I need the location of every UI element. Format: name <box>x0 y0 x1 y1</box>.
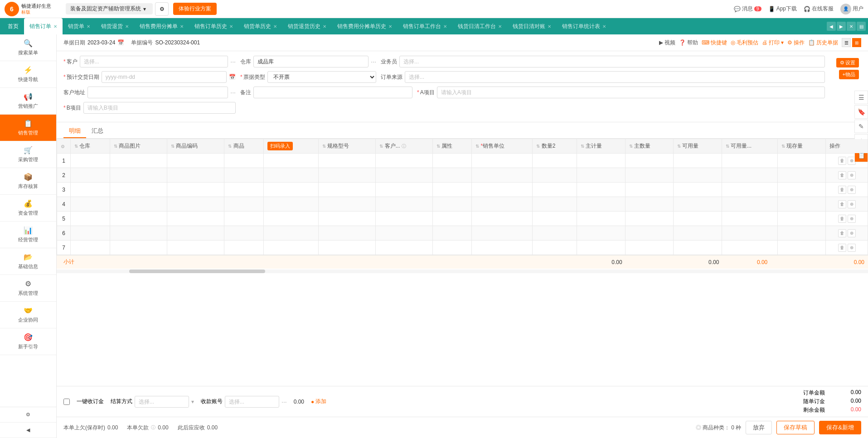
calendar-icon[interactable]: 📅 <box>117 39 124 46</box>
sidebar-item-nav[interactable]: ⚡ 快捷导航 <box>0 61 56 88</box>
tab-order-history[interactable]: 销售订单历史 ✕ <box>189 18 238 34</box>
delivery-input[interactable] <box>102 71 227 83</box>
customer-more-btn[interactable]: ··· <box>230 58 236 65</box>
order-source-input[interactable] <box>405 71 825 83</box>
delete-row-btn[interactable]: 🗑 <box>838 157 846 165</box>
right-panel-btn-3[interactable]: ✎ <box>854 120 868 133</box>
layout-grid-btn[interactable]: ⊞ <box>852 38 861 47</box>
print-btn[interactable]: 🖨 打印 ▾ <box>762 39 784 47</box>
close-icon[interactable]: ✕ <box>53 24 57 29</box>
history-btn[interactable]: 📋 历史单据 <box>808 39 838 47</box>
row-goods[interactable] <box>224 212 264 226</box>
sidebar-item-inventory[interactable]: 📦 库存核算 <box>0 168 56 195</box>
save-draft-btn[interactable]: 保存草稿 <box>776 421 815 434</box>
row-spec[interactable] <box>318 154 375 168</box>
row-spec[interactable] <box>318 241 375 255</box>
sidebar-item-system[interactable]: ⚙ 系统管理 <box>0 275 56 302</box>
close-icon[interactable]: ✕ <box>498 24 502 29</box>
industry-btn[interactable]: 体验行业方案 <box>173 3 217 15</box>
row-customer-code[interactable] <box>376 212 432 226</box>
nav-next-btn[interactable]: ▶ <box>837 22 846 31</box>
row-main-qty[interactable] <box>625 212 674 226</box>
row-code[interactable] <box>167 197 224 212</box>
add-goods-btn[interactable]: +物品 <box>839 70 859 79</box>
right-panel-btn-2[interactable]: 🔖 <box>854 105 868 119</box>
account-input[interactable] <box>225 396 279 408</box>
nav-close-all-btn[interactable]: ✕ <box>847 22 856 31</box>
copy-row-btn[interactable]: ⊕ <box>848 171 856 179</box>
sidebar-item-purchase[interactable]: 🛒 采购管理 <box>0 141 56 168</box>
copy-row-btn[interactable]: ⊕ <box>848 186 856 194</box>
row-customer-code[interactable] <box>376 226 432 241</box>
close-icon[interactable]: ✕ <box>548 24 551 29</box>
row-warehouse[interactable] <box>71 168 110 183</box>
messages-btn[interactable]: 💬 消息 9 <box>734 5 761 13</box>
row-attr[interactable] <box>432 241 472 255</box>
row-main-qty[interactable] <box>625 241 674 255</box>
row-warehouse[interactable] <box>71 197 110 212</box>
row-warehouse[interactable] <box>71 241 110 255</box>
sidebar-item-basic[interactable]: 📂 基础信息 <box>0 248 56 275</box>
sidebar-settings-btn[interactable]: ⚙ <box>0 407 56 423</box>
close-icon[interactable]: ✕ <box>443 24 447 29</box>
row-customer-code[interactable] <box>376 197 432 212</box>
sidebar-item-marketing[interactable]: 📢 营销推广 <box>0 88 56 115</box>
scan-btn[interactable]: 扫码录入 <box>267 142 293 150</box>
row-qty2[interactable] <box>533 154 577 168</box>
delete-row-btn[interactable]: 🗑 <box>838 215 846 223</box>
row-unit[interactable] <box>472 183 533 197</box>
profit-btn[interactable]: ◎ 毛利预估 <box>731 39 758 47</box>
row-main-qty[interactable] <box>625 154 674 168</box>
sidebar-item-guide[interactable]: 🎯 新手引导 <box>0 328 56 355</box>
b-project-input[interactable] <box>83 102 236 114</box>
copy-row-btn[interactable]: ⊕ <box>848 229 856 237</box>
nav-menu-btn[interactable]: ▤ <box>857 22 866 31</box>
row-qty2[interactable] <box>533 226 577 241</box>
tab-daily-reconcile[interactable]: 钱货日清对账 ✕ <box>507 18 557 34</box>
shortcut-btn[interactable]: ⌨ 快捷键 <box>702 39 727 47</box>
close-icon[interactable]: ✕ <box>273 24 277 29</box>
row-main-qty[interactable] <box>625 197 674 212</box>
row-unit[interactable] <box>472 226 533 241</box>
row-code[interactable] <box>167 154 224 168</box>
tab-sales-return[interactable]: 销货退货 ✕ <box>96 18 134 34</box>
invoice-select[interactable]: 不开票 增值税普通发票 增值税专用发票 <box>267 71 376 83</box>
row-main-qty[interactable] <box>625 168 674 183</box>
row-qty2[interactable] <box>533 241 577 255</box>
gear-col-icon[interactable]: ⚙ <box>61 144 65 149</box>
layout-list-btn[interactable]: ☰ <box>842 38 851 47</box>
row-code[interactable] <box>167 168 224 183</box>
salesperson-input[interactable] <box>399 56 825 67</box>
settle-method-input[interactable] <box>135 396 189 408</box>
tab-daily-workspace[interactable]: 钱货日清工作台 ✕ <box>452 18 507 34</box>
customer-input[interactable] <box>80 56 228 67</box>
warehouse-more-btn[interactable]: ··· <box>371 58 376 65</box>
tab-summary[interactable]: 汇总 <box>86 125 109 138</box>
save-new-btn[interactable]: 保存&新增 <box>819 421 861 434</box>
row-code[interactable] <box>167 183 224 197</box>
delete-row-btn[interactable]: 🗑 <box>838 186 846 194</box>
copy-row-btn[interactable]: ⊕ <box>848 215 856 223</box>
row-goods[interactable] <box>224 168 264 183</box>
system-name[interactable]: 装备及固定资产辅助管理系统 ▾ <box>66 3 153 14</box>
sidebar-item-finance[interactable]: 💰 资金管理 <box>0 195 56 221</box>
close-icon[interactable]: ✕ <box>87 24 90 29</box>
tab-sales-order[interactable]: 销售订单 ✕ <box>24 18 63 34</box>
row-attr[interactable] <box>432 212 472 226</box>
help-btn[interactable]: ❓ 帮助 <box>679 39 698 47</box>
close-icon[interactable]: ✕ <box>323 24 326 29</box>
row-attr[interactable] <box>432 226 472 241</box>
row-unit[interactable] <box>472 154 533 168</box>
row-qty2[interactable] <box>533 212 577 226</box>
add-btn[interactable]: ● 添加 <box>311 398 326 405</box>
row-code[interactable] <box>167 226 224 241</box>
delete-row-btn[interactable]: 🗑 <box>838 244 846 252</box>
row-goods[interactable] <box>224 226 264 241</box>
row-attr[interactable] <box>432 183 472 197</box>
sidebar-item-collab[interactable]: 🤝 企业协同 <box>0 302 56 328</box>
row-customer-code[interactable] <box>376 154 432 168</box>
remark-input[interactable] <box>253 87 412 98</box>
sidebar-item-search[interactable]: 🔍 搜索菜单 <box>0 34 56 61</box>
delivery-calendar-icon[interactable]: 📅 <box>229 74 236 80</box>
row-code[interactable] <box>167 241 224 255</box>
